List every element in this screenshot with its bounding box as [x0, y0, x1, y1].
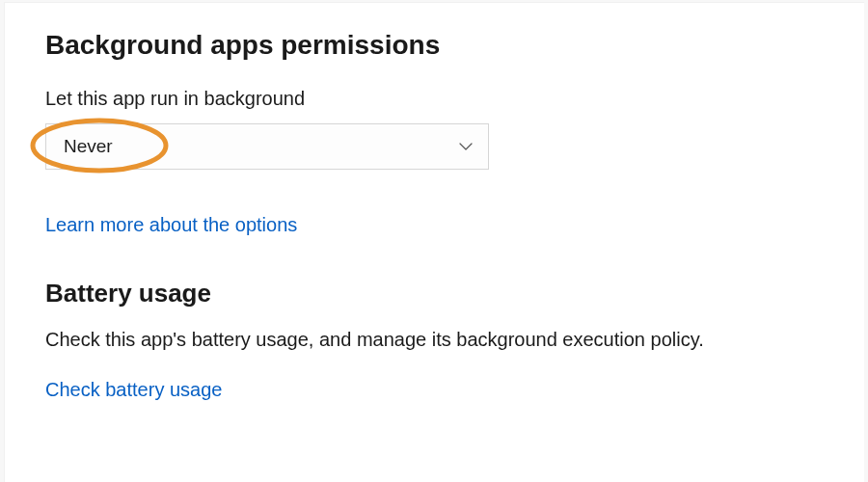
run-in-background-select[interactable]: Never: [45, 123, 489, 170]
run-in-background-label: Let this app run in background: [45, 88, 824, 110]
run-in-background-value: Never: [64, 136, 113, 157]
check-battery-usage-link[interactable]: Check battery usage: [45, 379, 222, 401]
learn-more-link[interactable]: Learn more about the options: [45, 214, 297, 236]
run-in-background-select-wrap: Never: [45, 123, 489, 170]
settings-panel: Background apps permissions Let this app…: [4, 2, 864, 482]
battery-usage-heading: Battery usage: [45, 279, 824, 308]
chevron-down-icon: [459, 140, 473, 153]
battery-usage-description: Check this app's battery usage, and mana…: [45, 326, 778, 354]
background-apps-heading: Background apps permissions: [45, 30, 824, 61]
